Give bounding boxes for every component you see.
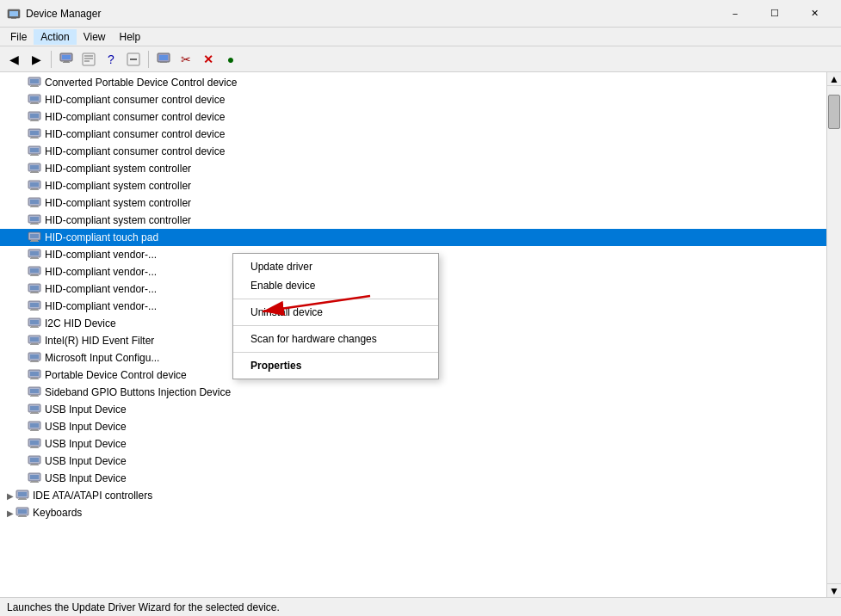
- tree-item[interactable]: ▶ Keyboards: [0, 504, 826, 521]
- device-icon: [28, 282, 41, 296]
- tree-item-label: HID-compliant vendor-...: [45, 266, 157, 278]
- device-icon: [28, 351, 41, 365]
- tree-item[interactable]: Converted Portable Device Control device: [0, 74, 826, 91]
- device-icon: [28, 420, 41, 434]
- scroll-down[interactable]: ▼: [827, 583, 841, 597]
- device-icon: [28, 76, 41, 89]
- menu-help[interactable]: Help: [113, 29, 148, 45]
- svg-rect-94: [31, 412, 38, 413]
- scrollbar[interactable]: ▲ ▼: [826, 72, 841, 597]
- device-icon: [28, 196, 41, 210]
- svg-rect-89: [30, 389, 39, 393]
- device-icon: [28, 403, 41, 416]
- tree-item-label: HID-compliant vendor-...: [45, 300, 157, 312]
- help-button[interactable]: ?: [101, 49, 121, 70]
- uninstall-button[interactable]: ✂: [176, 49, 196, 70]
- tree-item[interactable]: HID-compliant system controller: [0, 160, 826, 177]
- svg-rect-21: [30, 96, 39, 101]
- device-icon: [28, 368, 41, 382]
- maximize-button[interactable]: ☐: [755, 0, 795, 28]
- tree-item[interactable]: HID-compliant consumer control device: [0, 108, 826, 126]
- menu-file[interactable]: File: [3, 29, 34, 45]
- svg-rect-1: [9, 11, 18, 16]
- svg-rect-119: [18, 516, 27, 517]
- tree-item-label: I2C HID Device: [45, 317, 116, 330]
- tree-item[interactable]: USB Input Device: [0, 453, 826, 470]
- context-menu-item[interactable]: Enable device: [233, 276, 438, 295]
- svg-rect-95: [30, 413, 39, 414]
- svg-rect-102: [31, 447, 38, 447]
- forward-button[interactable]: ▶: [26, 49, 46, 70]
- tree-item[interactable]: USB Input Device: [0, 435, 826, 453]
- context-menu-item[interactable]: Uninstall device: [233, 303, 438, 322]
- svg-rect-115: [18, 499, 27, 500]
- menu-bar: File Action View Help: [0, 28, 841, 46]
- svg-rect-67: [30, 293, 39, 293]
- tree-item[interactable]: HID-compliant touch pad: [0, 229, 826, 246]
- svg-rect-98: [31, 429, 38, 430]
- collapse-button[interactable]: [123, 49, 144, 70]
- svg-rect-31: [30, 138, 39, 139]
- app-icon: [7, 7, 21, 21]
- tree-item[interactable]: HID-compliant system controller: [0, 212, 826, 229]
- tree-item[interactable]: ▶ IDE ATA/ATAPI controllers: [0, 487, 826, 504]
- tree-item[interactable]: HID-compliant system controller: [0, 194, 826, 212]
- svg-rect-63: [30, 275, 39, 276]
- tree-item[interactable]: USB Input Device: [0, 470, 826, 487]
- scroll-thumb[interactable]: [828, 95, 840, 129]
- svg-rect-34: [31, 154, 38, 155]
- minimize-button[interactable]: −: [715, 0, 755, 28]
- svg-rect-117: [18, 509, 27, 514]
- svg-rect-30: [31, 137, 38, 138]
- svg-rect-83: [30, 361, 39, 362]
- context-menu-separator: [233, 299, 438, 299]
- svg-rect-38: [31, 171, 38, 172]
- device-icon: [15, 489, 29, 502]
- tree-item[interactable]: USB Input Device: [0, 401, 826, 418]
- back-button[interactable]: ◀: [3, 49, 24, 70]
- svg-rect-118: [19, 515, 26, 516]
- svg-rect-106: [31, 464, 38, 465]
- tree-item[interactable]: HID-compliant consumer control device: [0, 91, 826, 108]
- properties-view-button[interactable]: [78, 49, 99, 70]
- tree-item[interactable]: Sideband GPIO Buttons Injection Device: [0, 384, 826, 401]
- svg-rect-61: [30, 268, 39, 273]
- device-icon: [28, 248, 41, 262]
- svg-rect-55: [30, 241, 39, 242]
- context-menu-item[interactable]: Properties: [233, 356, 438, 375]
- svg-rect-75: [30, 327, 39, 328]
- svg-rect-35: [30, 155, 39, 156]
- svg-rect-29: [30, 131, 39, 135]
- tree-item[interactable]: USB Input Device: [0, 418, 826, 435]
- tree-item[interactable]: HID-compliant system controller: [0, 177, 826, 194]
- device-manager-button[interactable]: [56, 49, 77, 70]
- svg-rect-99: [30, 430, 39, 431]
- svg-rect-73: [30, 320, 39, 324]
- computer-button[interactable]: [153, 49, 174, 70]
- svg-rect-59: [30, 258, 39, 259]
- svg-rect-17: [30, 79, 39, 83]
- svg-rect-109: [30, 475, 39, 479]
- context-menu-item[interactable]: Scan for hardware changes: [233, 330, 438, 348]
- device-icon: [28, 179, 41, 193]
- svg-rect-81: [30, 354, 39, 359]
- disable-button[interactable]: ✕: [198, 49, 219, 70]
- scroll-up[interactable]: ▲: [827, 72, 841, 86]
- tree-item[interactable]: HID-compliant consumer control device: [0, 126, 826, 143]
- tree-item[interactable]: HID-compliant consumer control device: [0, 143, 826, 160]
- context-menu-item[interactable]: Update driver: [233, 257, 438, 276]
- svg-rect-105: [30, 458, 39, 462]
- menu-action[interactable]: Action: [34, 29, 76, 45]
- device-icon: [28, 437, 41, 451]
- menu-view[interactable]: View: [77, 29, 113, 45]
- svg-rect-50: [31, 223, 38, 224]
- svg-rect-23: [30, 103, 39, 104]
- svg-rect-25: [30, 114, 39, 118]
- tree-item-label: HID-compliant vendor-...: [45, 249, 157, 261]
- svg-rect-33: [30, 148, 39, 152]
- svg-rect-66: [31, 292, 38, 293]
- tree-item-label: IDE ATA/ATAPI controllers: [33, 490, 152, 502]
- enable-button[interactable]: ●: [220, 49, 241, 70]
- close-button[interactable]: ✕: [795, 0, 834, 28]
- tree-item-label: USB Input Device: [45, 455, 127, 467]
